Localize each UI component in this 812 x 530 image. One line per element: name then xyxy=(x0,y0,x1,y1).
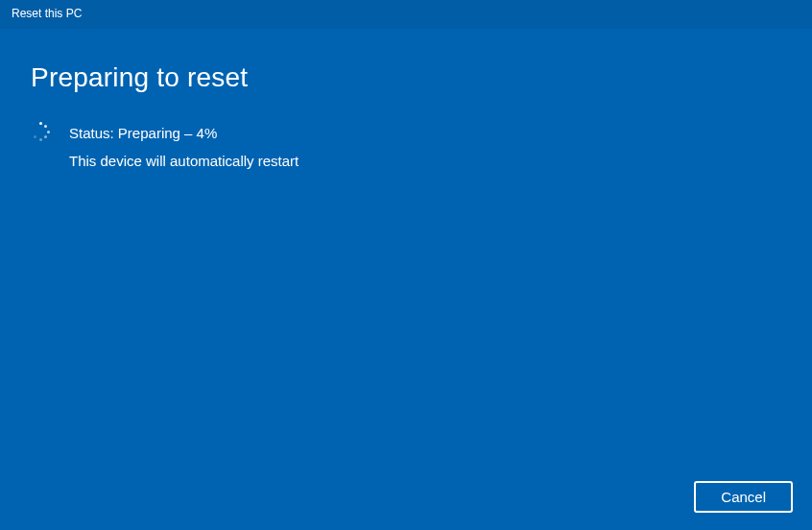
status-row: Status: Preparing – 4% This device will … xyxy=(31,120,781,175)
spinner-icon xyxy=(31,122,50,141)
page-heading: Preparing to reset xyxy=(31,62,781,93)
cancel-button[interactable]: Cancel xyxy=(694,481,793,513)
main-content: Preparing to reset Status: Preparing – 4… xyxy=(0,29,812,530)
footer: Cancel xyxy=(694,481,793,513)
status-text-block: Status: Preparing – 4% This device will … xyxy=(69,120,299,175)
window-title: Reset this PC xyxy=(12,7,82,20)
restart-notice: This device will automatically restart xyxy=(69,148,299,176)
title-bar: Reset this PC xyxy=(0,0,812,29)
status-line: Status: Preparing – 4% xyxy=(69,120,299,148)
